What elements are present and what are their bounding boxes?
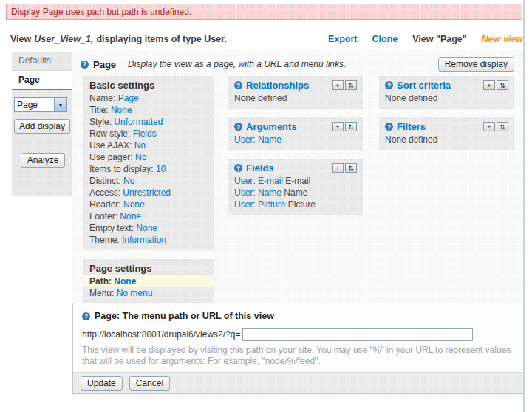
sidebar-tab-defaults[interactable]: Defaults	[12, 52, 72, 71]
basic-settings-title: Basic settings	[89, 80, 154, 91]
setting-value-link[interactable]: No	[123, 176, 134, 186]
rearrange-items-button[interactable]: ⇅	[345, 122, 357, 131]
setting-value-link[interactable]: No	[134, 140, 146, 151]
url-prefix: http://localhost:8001/drupal6/views2/?q=	[82, 329, 240, 340]
middle-sections-column: ?Relationships+⇅None defined?Arguments+⇅…	[228, 76, 363, 224]
help-icon[interactable]: ?	[385, 123, 393, 131]
basic-settings-header: Basic settings	[89, 80, 208, 91]
setting-row-style: Style: Unformatted	[89, 116, 208, 128]
setting-value-link[interactable]: None	[123, 199, 145, 210]
section-header-relationships: ?Relationships+⇅	[234, 80, 357, 91]
section-item-link[interactable]: User: Picture	[234, 199, 285, 210]
section-item-row: None defined	[385, 134, 508, 145]
setting-value-link[interactable]: 10	[156, 164, 166, 174]
section-title-link-relationships[interactable]: Relationships	[246, 80, 309, 91]
setting-label: Use AJAX:	[89, 140, 134, 151]
setting-value-link[interactable]: None	[111, 105, 132, 115]
display-type-select-value: Page	[15, 100, 54, 110]
view-actions: Export Clone View "Page" New view	[328, 34, 523, 44]
setting-label: Style:	[89, 117, 114, 127]
section-item-link[interactable]: User: Name	[234, 134, 282, 145]
setting-row-use-pager: Use pager: No	[89, 151, 208, 163]
sidebar-tab-page[interactable]: Page	[12, 71, 72, 90]
section-box-fields: ?Fields+⇅User: E-mail E-mailUser: Name N…	[228, 159, 363, 215]
basic-settings-box: Basic settings Name: PageTitle: NoneStyl…	[83, 76, 214, 250]
setting-row-access: Access: Unrestricted	[89, 187, 208, 199]
section-title-link-arguments[interactable]: Arguments	[246, 121, 297, 132]
setting-label: Theme:	[89, 235, 122, 245]
section-item-link[interactable]: User: E-mail	[234, 176, 283, 186]
help-icon[interactable]: ?	[385, 81, 393, 89]
add-item-button[interactable]: +	[483, 122, 495, 131]
setting-value-link[interactable]: None	[136, 223, 157, 233]
add-item-button[interactable]: +	[332, 122, 344, 131]
add-item-button[interactable]: +	[332, 80, 344, 90]
display-type-select[interactable]: Page ▼	[14, 97, 67, 112]
rearrange-items-button[interactable]: ⇅	[497, 122, 508, 131]
remove-display-button[interactable]: Remove display	[438, 57, 514, 72]
clone-link[interactable]: Clone	[372, 34, 398, 44]
help-icon[interactable]: ?	[234, 81, 242, 89]
new-view-link[interactable]: New view	[482, 34, 523, 44]
help-icon[interactable]: ?	[234, 164, 242, 172]
page-right-border	[523, 0, 525, 412]
section-header-fields: ?Fields+⇅	[234, 162, 357, 174]
setting-row-title: Title: None	[89, 104, 208, 116]
setting-label: Row style:	[89, 128, 133, 139]
export-link[interactable]: Export	[328, 34, 358, 44]
add-item-button[interactable]: +	[483, 80, 495, 90]
section-buttons: +⇅	[483, 122, 508, 131]
section-buttons: +⇅	[332, 122, 357, 131]
help-icon[interactable]: ?	[82, 312, 90, 320]
add-display-button[interactable]: Add display	[14, 119, 70, 134]
section-item-row: User: E-mail E-mail	[234, 175, 357, 187]
setting-row-path: Path: None	[83, 275, 214, 287]
section-title-link-sort-criteria[interactable]: Sort criteria	[397, 80, 451, 91]
rearrange-items-button[interactable]: ⇅	[345, 80, 357, 90]
setting-value-link[interactable]: Page	[118, 93, 139, 103]
section-item-row: User: Name Name	[234, 187, 357, 199]
setting-label: Empty text:	[89, 223, 136, 233]
section-box-filters: ?Filters+⇅None defined	[379, 117, 514, 150]
config-pane: ? Page: The menu path or URL of this vie…	[72, 303, 524, 394]
error-text: Display Page uses path but path is undef…	[11, 7, 191, 17]
add-item-button[interactable]: +	[332, 163, 344, 173]
view-page-link[interactable]: View "Page"	[412, 34, 466, 44]
section-title-link-fields[interactable]: Fields	[246, 162, 274, 174]
setting-label: Menu:	[89, 288, 117, 298]
section-item-text: None defined	[385, 93, 437, 103]
path-input[interactable]	[242, 328, 473, 341]
setting-value-link[interactable]: No menu	[117, 288, 153, 298]
setting-label: Distinct:	[89, 176, 123, 186]
setting-value-link[interactable]: No	[135, 152, 146, 162]
analyze-button[interactable]: Analyze	[21, 153, 65, 168]
setting-value-link[interactable]: Unrestricted	[123, 188, 171, 198]
rearrange-items-button[interactable]: ⇅	[497, 80, 508, 90]
update-button[interactable]: Update	[81, 376, 123, 391]
display-title: Page	[93, 59, 116, 70]
section-item-row: User: Name	[234, 134, 357, 145]
setting-value-link[interactable]: None	[120, 211, 141, 222]
cancel-button[interactable]: Cancel	[129, 376, 170, 391]
right-sections-column: ?Sort criteria+⇅None defined?Filters+⇅No…	[379, 76, 514, 159]
setting-value-link[interactable]: None	[114, 276, 136, 286]
setting-value-link[interactable]: Information	[122, 235, 166, 245]
setting-row-use-ajax: Use AJAX: No	[89, 140, 208, 151]
rearrange-items-button[interactable]: ⇅	[345, 163, 357, 173]
section-item-link[interactable]: User: Name	[234, 188, 282, 198]
page-settings-header: Page settings	[89, 263, 208, 274]
basic-settings-rows: Name: PageTitle: NoneStyle: UnformattedR…	[89, 92, 208, 246]
path-description: This view will be displayed by visiting …	[82, 345, 515, 367]
page-title: View User_View_1, displaying items of ty…	[10, 34, 227, 44]
config-pane-title: Page: The menu path or URL of this view	[95, 311, 274, 321]
section-buttons: +⇅	[483, 80, 508, 90]
section-title-link-filters[interactable]: Filters	[397, 121, 426, 132]
section-item-row: User: Picture Picture	[234, 199, 357, 210]
setting-label: Header:	[89, 199, 123, 210]
setting-label: Items to display:	[89, 164, 156, 174]
help-icon[interactable]: ?	[234, 123, 242, 131]
setting-row-menu: Menu: No menu	[89, 287, 208, 299]
setting-value-link[interactable]: Fields	[133, 128, 157, 139]
setting-value-link[interactable]: Unformatted	[114, 117, 163, 127]
help-icon[interactable]: ?	[81, 61, 89, 69]
